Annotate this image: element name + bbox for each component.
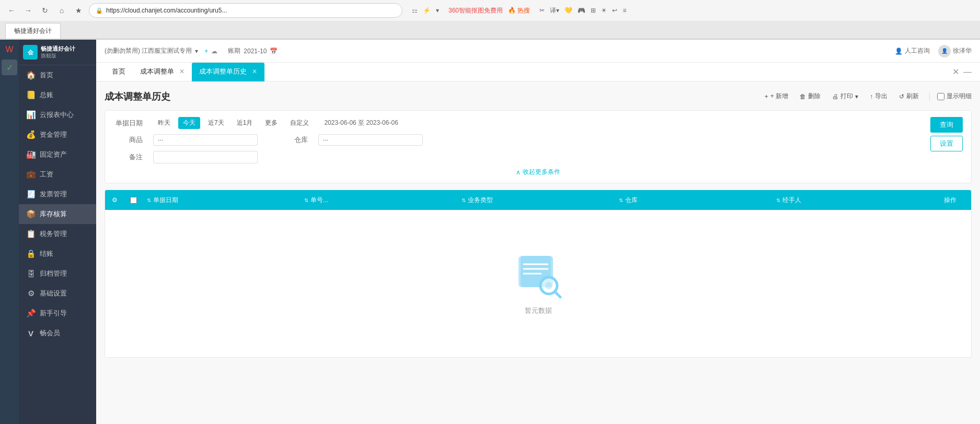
company-selector[interactable]: (勿删勿禁用) 江西服宝测试专用 ▾ + ☁	[105, 46, 217, 55]
tab-cost-adjustment-close[interactable]: ✕	[179, 68, 185, 75]
empty-svg	[512, 252, 564, 299]
forward-button[interactable]: →	[22, 4, 34, 17]
th-handler-label: 经手人	[782, 196, 801, 205]
th-warehouse[interactable]: ⇅ 仓库	[615, 196, 772, 205]
tab-cost-adjustment-history-close[interactable]: ✕	[252, 68, 257, 75]
close-window-icon[interactable]: ✕	[952, 67, 959, 77]
date-filter-label: 单据日期	[113, 119, 143, 128]
goods-select[interactable]: ···	[153, 134, 258, 146]
print-btn[interactable]: 🖨 打印 ▾	[829, 90, 861, 103]
game-icon[interactable]: 🎮	[578, 7, 585, 14]
select-all-checkbox[interactable]	[130, 197, 137, 204]
th-number[interactable]: ⇅ 单号...	[300, 196, 457, 205]
export-btn[interactable]: ↑ 导出	[867, 90, 891, 103]
refresh-btn[interactable]: ↺ 刷新	[896, 90, 922, 103]
date-tabs: 昨天 今天 近7天 近1月 更多 自定义	[153, 117, 314, 129]
sidebar-item-membership[interactable]: V 畅会员	[19, 323, 96, 343]
icon-bar-weibo[interactable]: W	[2, 42, 17, 57]
th-checkbox[interactable]	[124, 197, 143, 204]
th-handler[interactable]: ⇅ 经手人	[772, 196, 929, 205]
tab-home-label: 首页	[112, 67, 125, 76]
query-button[interactable]: 查询	[930, 117, 963, 133]
sidebar-item-archive[interactable]: 🗄 归档管理	[19, 264, 96, 284]
dropdown-icon[interactable]: ▾	[436, 7, 439, 14]
delete-label: 删除	[808, 92, 821, 101]
cloud-icon[interactable]: ☁	[211, 48, 217, 55]
menu-icon[interactable]: ≡	[622, 7, 626, 14]
date-tab-custom[interactable]: 自定义	[285, 117, 314, 129]
date-tab-today[interactable]: 今天	[178, 117, 200, 129]
translate-icon[interactable]: 译▾	[550, 6, 559, 15]
sidebar-item-home[interactable]: 🏠 首页	[19, 65, 96, 85]
minimize-icon[interactable]: —	[963, 67, 972, 77]
home-icon: 🏠	[26, 70, 36, 80]
salary-icon: 💼	[26, 170, 36, 179]
back-button[interactable]: ←	[5, 4, 18, 17]
sidebar-item-settings[interactable]: ⚙ 基础设置	[19, 284, 96, 303]
bookmark-button[interactable]: ★	[72, 4, 85, 17]
sidebar-item-invoices[interactable]: 🧾 发票管理	[19, 184, 96, 204]
sidebar-item-tax[interactable]: 📋 税务管理	[19, 224, 96, 244]
user-info[interactable]: 👤 徐泽华	[938, 45, 972, 57]
empty-text: 暂元数据	[525, 306, 552, 315]
grid-icon[interactable]: ⊞	[591, 7, 596, 14]
apps-icon[interactable]: ⚏	[412, 7, 418, 14]
show-columns-checkbox[interactable]	[937, 93, 944, 100]
column-settings-icon[interactable]: ⚙	[112, 196, 118, 204]
svg-point-7	[545, 282, 552, 289]
logo-icon: 会	[23, 45, 38, 60]
sidebar-item-guide[interactable]: 📌 新手引导	[19, 303, 96, 323]
lightning-icon[interactable]: ⚡	[423, 7, 431, 14]
date-tab-yesterday[interactable]: 昨天	[153, 117, 175, 129]
icon-bar-active[interactable]: ✓	[2, 60, 17, 75]
tab-cost-adjustment[interactable]: 成本调整单 ✕	[133, 63, 192, 81]
date-tab-more[interactable]: 更多	[260, 117, 282, 129]
wallet-icon[interactable]: 💛	[564, 7, 572, 14]
sidebar-item-fixed-assets[interactable]: 🏭 固定资产	[19, 145, 96, 164]
company-dropdown-icon: ▾	[195, 48, 198, 55]
th-date[interactable]: ⇅ 单据日期	[143, 196, 300, 205]
sidebar-item-inventory[interactable]: 📦 库存核算	[19, 204, 96, 224]
empty-state: 暂元数据	[105, 210, 971, 357]
date-tab-7days[interactable]: 近7天	[203, 117, 229, 129]
hot-search-label: 🔥 热搜	[508, 6, 530, 15]
warehouse-select[interactable]: ···	[318, 134, 423, 146]
print-dropdown-icon: ▾	[855, 93, 858, 100]
filter-settings-button[interactable]: 设置	[930, 136, 963, 151]
scissors-icon[interactable]: ✂	[539, 7, 545, 14]
sidebar-item-salary[interactable]: 💼 工资	[19, 164, 96, 184]
sidebar-item-funds[interactable]: 💰 资金管理	[19, 125, 96, 145]
filter-row-goods: 商品 ··· 仓库 ···	[113, 134, 920, 146]
new-btn[interactable]: + + 新增	[762, 90, 791, 103]
refresh-label: 刷新	[906, 92, 919, 101]
sidebar-label-tax: 税务管理	[40, 229, 67, 239]
sidebar-item-closing[interactable]: 🔒 结账	[19, 244, 96, 264]
show-columns-checkbox-label[interactable]: 显示明细	[937, 92, 972, 101]
tax-icon: 📋	[26, 229, 36, 239]
add-company-icon[interactable]: +	[204, 48, 208, 55]
remark-input[interactable]	[153, 151, 258, 163]
ledger-icon: 📒	[26, 90, 36, 100]
tab-cost-adjustment-history[interactable]: 成本调整单历史 ✕	[192, 63, 264, 81]
delete-btn[interactable]: 🗑 删除	[797, 90, 824, 103]
reload-button[interactable]: ↻	[39, 4, 51, 17]
th-date-label: 单据日期	[153, 196, 178, 205]
settings-browser-icon[interactable]: ☀	[601, 7, 607, 14]
browser-tab[interactable]: 畅捷通好会计	[5, 23, 61, 39]
th-actions: 操作	[929, 196, 971, 205]
tab-home[interactable]: 首页	[105, 63, 133, 81]
sidebar-item-ledger[interactable]: 📒 总账	[19, 85, 96, 105]
date-tab-1month[interactable]: 近1月	[232, 117, 258, 129]
page-tabs: 首页 成本调整单 ✕ 成本调整单历史 ✕ ✕ —	[96, 63, 980, 81]
calendar-icon[interactable]: 📅	[270, 48, 278, 55]
address-bar[interactable]: 🔒 https://cloud.chanjet.com/accounting/u…	[89, 3, 402, 18]
th-settings[interactable]: ⚙	[105, 196, 124, 204]
th-business-type[interactable]: ⇅ 业务类型	[457, 196, 615, 205]
avatar: 👤	[938, 45, 951, 57]
collapse-filter-btn[interactable]: ∧ 收起更多条件	[516, 168, 560, 176]
undo-icon[interactable]: ↩	[612, 7, 617, 14]
home-button[interactable]: ⌂	[55, 4, 68, 17]
customer-service-btn[interactable]: 👤 人工咨询	[895, 46, 930, 55]
sidebar-item-reports[interactable]: 📊 云报表中心	[19, 105, 96, 125]
app-header: (勿删勿禁用) 江西服宝测试专用 ▾ + ☁ 账期 2021-10 📅 👤 人工…	[96, 40, 980, 63]
